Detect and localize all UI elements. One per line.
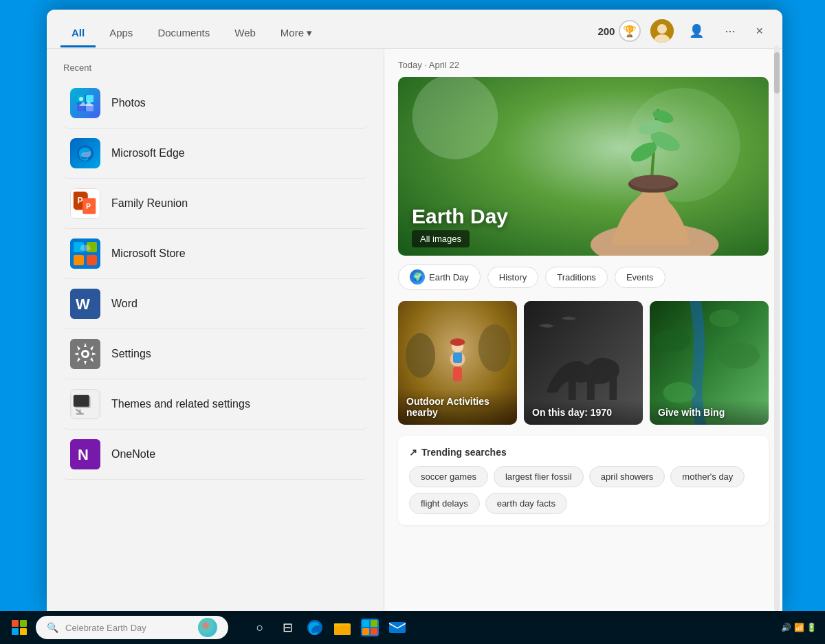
- taskbar-mail-icon[interactable]: [385, 615, 410, 640]
- recent-label: Recent: [63, 63, 367, 73]
- tag-label: Traditions: [557, 272, 596, 282]
- svg-rect-51: [453, 353, 462, 363]
- top-nav: All Apps Documents Web More ▾ 200 🏆 👤 ··…: [47, 10, 782, 49]
- app-name-themes: Themes and related settings: [111, 398, 250, 410]
- card-history[interactable]: On this day: 1970: [524, 301, 643, 425]
- card-history-label: On this day: 1970: [524, 400, 643, 425]
- svg-point-57: [710, 309, 739, 327]
- svg-point-36: [412, 77, 498, 159]
- app-name-onenote: OneNote: [111, 448, 155, 460]
- avatar[interactable]: [650, 19, 674, 43]
- score-number: 200: [597, 25, 615, 37]
- windows-logo-icon: [12, 620, 27, 635]
- svg-point-26: [83, 352, 87, 356]
- tag-events[interactable]: Events: [615, 267, 666, 288]
- tag-label: Events: [626, 272, 654, 282]
- svg-rect-61: [334, 625, 351, 635]
- svg-point-56: [718, 342, 760, 369]
- tab-all[interactable]: All: [60, 20, 96, 47]
- list-item[interactable]: P P Family Reunion: [63, 179, 367, 229]
- card-outdoor-label: Outdoor Activities nearby: [398, 389, 517, 425]
- cards-row: Outdoor Activities nearby: [398, 301, 769, 425]
- tag-traditions[interactable]: Traditions: [545, 267, 608, 288]
- hero-image[interactable]: Earth Day All images: [398, 77, 769, 256]
- trend-chip[interactable]: april showers: [589, 466, 666, 487]
- taskbar-fileexplorer-icon[interactable]: [330, 615, 355, 640]
- system-tray[interactable]: 🔊 📶 🔋: [781, 623, 817, 632]
- tag-earthday[interactable]: 🌍 Earth Day: [398, 264, 481, 290]
- tags-row: 🌍 Earth Day History Traditions Events: [398, 264, 769, 290]
- score-display: 200 🏆: [597, 20, 641, 42]
- trend-chip[interactable]: soccer games: [409, 466, 488, 487]
- list-item[interactable]: Photos: [63, 78, 367, 129]
- store-icon: [70, 238, 100, 269]
- svg-text:P: P: [86, 202, 91, 210]
- tag-label: Earth Day: [429, 272, 469, 282]
- nav-right-controls: 200 🏆 👤 ··· ×: [597, 19, 769, 48]
- list-item[interactable]: N OneNote: [63, 430, 367, 480]
- trending-section: ↗ Trending searches soccer games largest…: [398, 436, 769, 525]
- list-item[interactable]: Microsoft Store: [63, 229, 367, 279]
- trend-chip[interactable]: mother's day: [670, 466, 745, 487]
- taskbar-store-icon[interactable]: [358, 615, 382, 640]
- list-item[interactable]: Microsoft Edge: [63, 129, 367, 179]
- right-panel: Today · April 22: [384, 49, 782, 611]
- taskbar-search-icon[interactable]: ○: [248, 615, 272, 640]
- svg-rect-5: [86, 95, 94, 102]
- taskbar-edge-icon[interactable]: [302, 615, 327, 640]
- svg-rect-68: [389, 622, 406, 633]
- app-name-familyreunion: Family Reunion: [111, 197, 188, 210]
- svg-point-1: [657, 24, 667, 34]
- person-icon[interactable]: 👤: [683, 21, 710, 41]
- tab-documents[interactable]: Documents: [146, 20, 221, 47]
- trending-arrow-icon: ↗: [409, 447, 417, 458]
- svg-text:W: W: [76, 296, 90, 313]
- taskbar-search-box[interactable]: 🔍 Celebrate Earth Day: [36, 616, 228, 639]
- app-name-settings: Settings: [111, 348, 151, 360]
- taskbar-multitask-icon[interactable]: ⊟: [275, 615, 300, 640]
- trend-chip[interactable]: flight delays: [409, 493, 480, 514]
- svg-point-47: [478, 324, 512, 372]
- more-options-icon[interactable]: ···: [719, 21, 740, 41]
- card-give-label: Give with Bing: [650, 400, 769, 425]
- svg-point-55: [653, 329, 690, 351]
- word-icon: W: [70, 289, 100, 319]
- list-item[interactable]: Settings: [63, 329, 367, 379]
- svg-rect-64: [362, 620, 369, 627]
- settings-icon: [70, 339, 100, 369]
- svg-rect-21: [87, 255, 97, 265]
- onenote-icon: N: [70, 439, 100, 469]
- hero-badge[interactable]: All images: [412, 230, 470, 247]
- panel-body: Recent Photos: [47, 49, 782, 611]
- trophy-icon[interactable]: 🏆: [619, 20, 641, 42]
- scrollbar-thumb[interactable]: [774, 52, 780, 93]
- tab-apps[interactable]: Apps: [98, 20, 144, 47]
- list-item[interactable]: W Word: [63, 279, 367, 329]
- tab-more[interactable]: More ▾: [270, 20, 323, 48]
- date-label: Today · April 22: [398, 60, 769, 70]
- list-item[interactable]: Themes and related settings: [63, 379, 367, 430]
- app-name-store: Microsoft Store: [111, 247, 186, 260]
- search-panel: All Apps Documents Web More ▾ 200 🏆 👤 ··…: [47, 10, 782, 611]
- svg-point-44: [630, 175, 676, 189]
- app-name-photos: Photos: [111, 97, 146, 109]
- taskbar-icons: ○ ⊟: [248, 615, 410, 640]
- tag-history[interactable]: History: [487, 267, 538, 288]
- scrollbar-track[interactable]: [774, 49, 780, 611]
- edge-icon: [70, 138, 100, 168]
- search-magnifier-icon: 🔍: [47, 622, 58, 633]
- start-button[interactable]: [8, 617, 30, 639]
- tab-web[interactable]: Web: [223, 20, 267, 47]
- card-give[interactable]: Give with Bing: [650, 301, 769, 425]
- hero-title: Earth Day: [412, 205, 508, 228]
- trend-chip[interactable]: earth day facts: [485, 493, 567, 514]
- svg-rect-66: [362, 628, 369, 635]
- svg-point-52: [450, 338, 465, 346]
- card-outdoor[interactable]: Outdoor Activities nearby: [398, 301, 517, 425]
- svg-rect-32: [76, 413, 84, 414]
- ppt-icon: P P: [70, 188, 100, 219]
- svg-rect-49: [453, 366, 462, 381]
- bing-ball-icon: [198, 618, 217, 637]
- close-button[interactable]: ×: [750, 21, 769, 41]
- trend-chip[interactable]: largest flier fossil: [494, 466, 584, 487]
